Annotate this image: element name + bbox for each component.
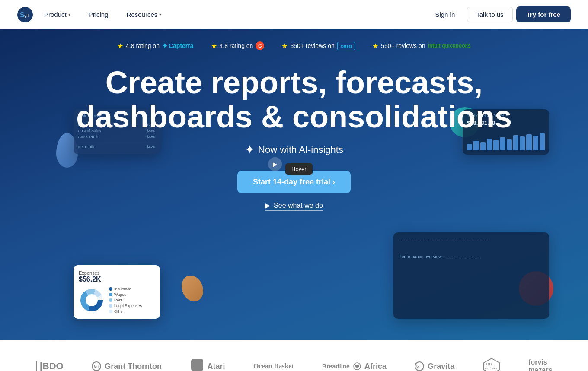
ratings-bar: ★ 4.8 rating on ✈ Capterra ★ 4.8 rating … (117, 29, 471, 50)
breadline-icon (353, 362, 361, 370)
svg-text:G: G (416, 364, 420, 369)
hero-section: ★ 4.8 rating on ✈ Capterra ★ 4.8 rating … (0, 29, 588, 340)
nav-product[interactable]: Product ▾ (37, 7, 77, 22)
gt-text: Grant Thornton (105, 362, 162, 371)
svg-text:yft: yft (24, 13, 29, 18)
star-icon: ★ (372, 42, 378, 50)
xero-score: 350+ reviews on (290, 42, 334, 49)
widget-expenses: Expenses $56.2K Insurance Wages (74, 265, 160, 319)
try-button[interactable]: Try for free (516, 6, 571, 22)
capterra-score: 4.8 rating on (126, 42, 160, 49)
logo-bdo: |BDO (36, 361, 64, 371)
legend-dot (109, 287, 112, 291)
star-icon: ★ (281, 42, 288, 50)
bar (540, 133, 545, 150)
ai-label-text: Now with AI-insights (258, 144, 343, 155)
logo[interactable]: S yft (17, 7, 33, 22)
sparkle-icon: ✦ (245, 143, 255, 157)
legend-dot (109, 298, 112, 302)
capterra-logo: ✈ Capterra (162, 42, 194, 49)
legend-item: Wages (109, 292, 142, 297)
svg-rect-8 (196, 359, 198, 371)
nav-pricing[interactable]: Pricing (82, 7, 115, 22)
legend-item: Legal Expenses (109, 304, 142, 308)
legend-item: Insurance (109, 287, 142, 291)
svg-text:CYCLING: CYCLING (485, 367, 497, 370)
widget-chart-right: — — — — — — — — — — — — — — — — — — — — … (393, 232, 549, 319)
play-button[interactable]: ▶ (268, 157, 282, 171)
navbar: S yft Product ▾ Pricing Resources ▾ Sign… (0, 0, 588, 29)
video-icon: ▶ (265, 201, 270, 209)
chart-label: — — — — — — — — — — — — — — — — — — — — … (399, 238, 544, 241)
logo-gravita: G Gravita (415, 361, 454, 371)
product-chevron-icon: ▾ (68, 12, 70, 17)
atari-icon (190, 358, 204, 371)
logo-usa-cycling: USA CYCLING (483, 358, 500, 371)
expenses-donut: Insurance Wages Rent Legal Expenses Othe… (79, 287, 155, 314)
svg-text:USA: USA (486, 363, 493, 366)
hero-cta: Start 14-day free trial › ▶ See what we … (237, 171, 351, 211)
nav-right: Sign in Talk to us Try for free (426, 6, 571, 22)
logos-strip: |BDO GT Grant Thornton Atari Ocean Baske… (0, 340, 588, 371)
gravita-icon: G (415, 361, 424, 371)
donut-chart (79, 287, 105, 313)
logo-grant-thornton: GT Grant Thornton (92, 361, 162, 371)
legend-item: Rent (109, 298, 142, 302)
star-icon: ★ (117, 42, 123, 50)
hero-headline: Create reports, forecasts, dashboards & … (76, 66, 512, 134)
hero-ai-label: ✦ Now with AI-insights (76, 143, 512, 157)
legend-dot (109, 293, 112, 296)
talk-button[interactable]: Talk to us (467, 7, 512, 22)
bdo-text: |BDO (36, 361, 64, 371)
ocean-text: Ocean Basket (253, 362, 294, 370)
logo-forvis-mazars: forvismazars (528, 358, 552, 371)
qb-score: 550+ reviews on (381, 42, 425, 49)
headline-line2: dashboards & consolidations (76, 99, 512, 134)
hover-tooltip: Hover (285, 163, 313, 175)
see-what-link[interactable]: ▶ See what we do (265, 201, 323, 211)
rating-quickbooks: ★ 550+ reviews on intuit quickbooks (372, 42, 471, 50)
logo-breadline: Breadline Africa (322, 362, 387, 371)
nav-pricing-label: Pricing (89, 11, 109, 18)
signin-link[interactable]: Sign in (426, 7, 463, 22)
usac-emblem: USA CYCLING (483, 358, 500, 371)
g2-logo: G (256, 41, 264, 50)
nav-resources-label: Resources (127, 11, 158, 18)
bar (533, 136, 538, 150)
rating-capterra: ★ 4.8 rating on ✈ Capterra (117, 42, 193, 50)
legend-item: Other (109, 309, 142, 314)
nav-left: S yft Product ▾ Pricing Resources ▾ (17, 7, 168, 22)
cta-label: Start 14-day free trial › (253, 178, 335, 187)
resources-chevron-icon: ▾ (159, 12, 161, 17)
breadline-africa: Africa (364, 362, 387, 371)
expenses-legend: Insurance Wages Rent Legal Expenses Othe… (109, 287, 142, 314)
hero-text: Create reports, forecasts, dashboards & … (59, 50, 529, 171)
expenses-amount: $56.2K (79, 276, 155, 283)
deco-orange (182, 276, 203, 301)
forvis-text: forvismazars (528, 358, 552, 371)
expenses-title: Expenses (79, 270, 155, 276)
quickbooks-logo: intuit quickbooks (428, 43, 471, 49)
gt-circle: GT (92, 361, 101, 371)
nav-product-label: Product (44, 11, 67, 18)
logo-ocean-basket: Ocean Basket (253, 362, 294, 370)
legend-dot (109, 304, 112, 308)
atari-label: Atari (208, 362, 225, 371)
xero-logo: xero (337, 42, 355, 50)
rating-xero: ★ 350+ reviews on xero (281, 42, 355, 50)
star-icon: ★ (211, 42, 217, 50)
g2-score: 4.8 rating on (220, 42, 253, 49)
atari-text (190, 358, 204, 371)
logo-atari: Atari (190, 358, 225, 371)
rating-g2: ★ 4.8 rating on G (211, 41, 265, 50)
headline-line1: Create reports, forecasts, (105, 65, 483, 100)
see-what-label: See what we do (274, 202, 323, 209)
legend-dot (109, 310, 112, 313)
chart-text: Performance overview · · · · · · · · · ·… (399, 254, 544, 259)
gravita-text: Gravita (428, 362, 454, 371)
breadline-text: Breadline (322, 363, 350, 370)
nav-resources[interactable]: Resources ▾ (120, 7, 169, 22)
